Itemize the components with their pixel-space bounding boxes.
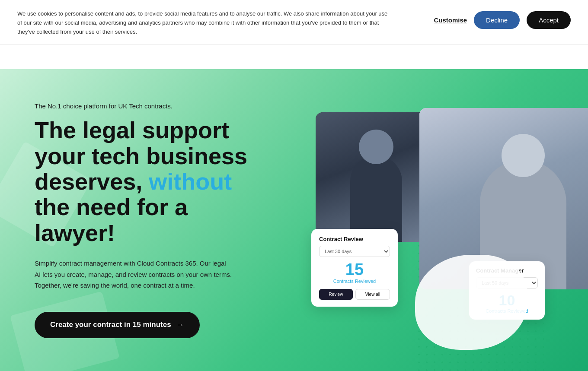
hero-title-highlight: without — [149, 168, 232, 194]
hero-title-line5: lawyer! — [35, 220, 115, 246]
hero-blob-decoration — [415, 255, 527, 350]
review-button[interactable]: Review — [319, 289, 353, 300]
cookie-actions: Customise Decline Accept — [434, 10, 571, 29]
review-card-label: Contracts Reviewed — [319, 279, 390, 284]
cta-button[interactable]: Create your contract in 15 minutes → — [35, 312, 200, 338]
review-card-number: 15 — [319, 261, 390, 278]
person-1-image — [316, 112, 437, 242]
hero-title: The legal support your tech business des… — [35, 117, 277, 246]
review-card-title: Contract Review — [319, 236, 390, 242]
person-1-silhouette — [316, 112, 437, 242]
hero-description: Simplify contract management with Cloud … — [35, 258, 233, 291]
hero-subtitle: The No.1 choice platform for UK Tech con… — [35, 102, 277, 110]
hero-title-line2: your tech business — [35, 143, 247, 169]
cookie-banner: We use cookies to personalise content an… — [0, 0, 588, 44]
cookie-text: We use cookies to personalise content an… — [17, 10, 389, 36]
hero-title-line1: The legal support — [35, 117, 229, 143]
hero-title-line4: the need for a — [35, 194, 188, 220]
hero-content-left: The No.1 choice platform for UK Tech con… — [35, 102, 277, 338]
hero-title-line3: deserves, — [35, 168, 142, 194]
view-all-button[interactable]: View all — [355, 289, 390, 300]
accept-button[interactable]: Accept — [527, 11, 571, 29]
cta-label: Create your contract in 15 minutes — [50, 320, 171, 329]
decline-button[interactable]: Decline — [474, 11, 520, 29]
customise-button[interactable]: Customise — [434, 16, 467, 24]
hero-content-right: Contract Review Last 30 days 15 Contract… — [303, 108, 553, 333]
review-card-buttons: Review View all — [319, 289, 390, 300]
contract-review-card: Contract Review Last 30 days 15 Contract… — [311, 229, 398, 307]
hero-section: The No.1 choice platform for UK Tech con… — [0, 69, 588, 371]
arrow-icon: → — [176, 320, 184, 330]
review-period-select[interactable]: Last 30 days — [319, 246, 390, 257]
